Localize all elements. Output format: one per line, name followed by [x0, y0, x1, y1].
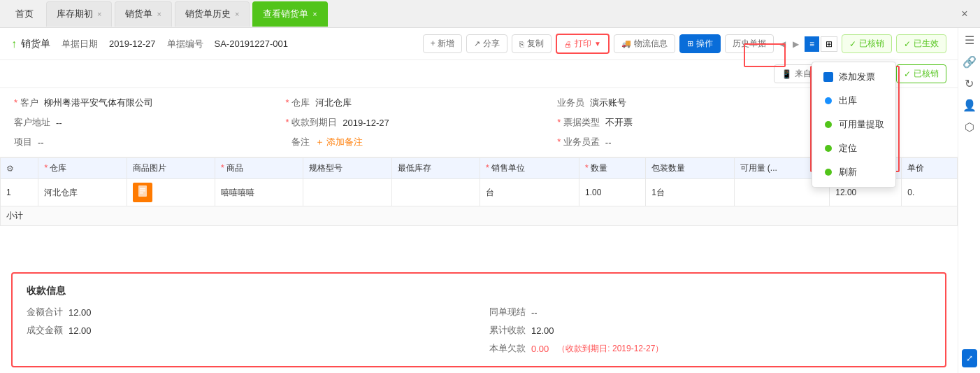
cell-pack-qty: 1台 [646, 179, 734, 206]
tab-view-sales[interactable]: 查看销货单 × [252, 1, 327, 27]
view-toggle: ≡ ⊞ [805, 36, 837, 52]
tab-sales-history[interactable]: 销货单历史 × [175, 1, 250, 27]
col-price: 单价 [902, 158, 958, 179]
number-label: 单据编号 [167, 38, 203, 50]
sidebar-icon-4[interactable]: 👤 [963, 99, 977, 112]
nav-prev[interactable]: ◀ [778, 39, 787, 49]
total-amount-row: 金额合计 12.00 [27, 306, 468, 318]
add-invoice-icon [823, 72, 833, 82]
deal-amount-label: 成交金额 [27, 324, 63, 337]
tab-inventory-close[interactable]: × [97, 10, 101, 18]
new-button[interactable]: + 新增 [423, 34, 462, 53]
window-close-button[interactable]: × [955, 4, 974, 24]
tab-sales[interactable]: 销货单 × [115, 1, 171, 27]
print-button-label: 打印 [575, 38, 591, 50]
subtotal-label: 小计 [1, 206, 958, 226]
check-icon: ✓ [904, 69, 911, 79]
same-order-settle-row: 同单现结 -- [489, 306, 931, 318]
due-date-label: 收款到期日 [291, 117, 337, 127]
available-qty-label: 可用量提取 [839, 118, 884, 131]
col-unit: * 销售单位 [480, 158, 579, 179]
note-field: * 备注 ＋ 添加备注 [286, 136, 544, 148]
sidebar-icon-5[interactable]: ⬡ [965, 120, 974, 134]
total-received-value: 12.00 [531, 325, 554, 336]
cell-spec [303, 179, 391, 206]
col-spec: 规格型号 [303, 158, 391, 179]
logistics-button[interactable]: 🚚 物流信息 [614, 34, 675, 53]
cell-min-stock [391, 179, 480, 206]
menu-item-refresh[interactable]: 刷新 [812, 160, 895, 184]
outbound-label: 出库 [839, 94, 857, 107]
menu-item-outbound[interactable]: 出库 [812, 89, 895, 113]
nav-next[interactable]: ▶ [791, 39, 800, 49]
order-debt-value: 0.00 [531, 344, 549, 354]
tab-inventory[interactable]: 库存期初 × [46, 1, 112, 27]
svg-rect-2 [140, 190, 145, 192]
copy-button[interactable]: ⎘ 复制 [512, 34, 552, 53]
deal-amount-row: 成交金额 12.00 [27, 324, 468, 337]
tab-sales-history-close[interactable]: × [235, 10, 239, 18]
view-list-btn[interactable]: ≡ [805, 36, 819, 52]
plus-icon: ＋ [315, 136, 324, 148]
available-qty-icon [825, 121, 832, 128]
col-warehouse: * 仓库 [38, 158, 127, 179]
settings-icon[interactable]: ⚙ [6, 164, 14, 174]
summary-grid: 金额合计 12.00 同单现结 -- 成交金额 12.00 累计收款 12.00 [27, 306, 931, 355]
col-settings[interactable]: ⚙ [1, 158, 38, 179]
history-button[interactable]: 历史单据 [725, 34, 774, 53]
warehouse-field: * 仓库 河北仓库 [286, 97, 544, 109]
share-button-label: 分享 [483, 38, 500, 50]
customer-label: 客户 [20, 97, 38, 108]
check-button[interactable]: ✓ 已核销 [896, 64, 946, 83]
total-amount-label: 金额合计 [27, 306, 63, 318]
sales-order-icon: ↑ [11, 38, 17, 50]
col-pack-qty: 包装数量 [646, 158, 734, 179]
customer-value: 柳州粤港平安气体有限公司 [44, 97, 153, 109]
cell-unit: 台 [480, 179, 579, 206]
tab-sales-close[interactable]: × [157, 10, 161, 18]
menu-item-add-invoice[interactable]: 添加发票 [812, 65, 895, 89]
total-received-row: 累计收款 12.00 [489, 324, 931, 337]
new-button-label: + 新增 [431, 38, 454, 50]
sidebar-expand-icon[interactable]: ⤢ [962, 349, 977, 367]
effective-badge-label: 已生效 [914, 38, 939, 50]
svg-rect-3 [140, 192, 143, 194]
sidebar-icon-3[interactable]: ↻ [965, 77, 974, 90]
menu-item-available-qty[interactable]: 可用量提取 [812, 113, 895, 136]
tab-sales-label: 销货单 [125, 8, 152, 20]
share-button[interactable]: ↗ 分享 [466, 34, 507, 53]
product-icon [137, 185, 148, 199]
product-image [133, 183, 152, 202]
svg-rect-1 [140, 188, 145, 190]
warehouse-label: 仓库 [291, 97, 310, 108]
staff-label: 业务员 [557, 97, 584, 109]
date-label: 单据日期 [62, 38, 98, 50]
tab-sales-history-label: 销货单历史 [185, 8, 231, 20]
summary-title: 收款信息 [27, 285, 931, 297]
address-value: -- [56, 118, 62, 128]
outbound-icon [825, 97, 832, 104]
date-value: 2019-12-27 [109, 38, 156, 49]
cell-warehouse: 河北仓库 [38, 179, 127, 206]
cell-quantity: 1.00 [579, 179, 645, 206]
subtotal-row: 小计 [1, 206, 958, 226]
ticket-value: 不开票 [605, 116, 633, 129]
cell-product: 嘻嘻嘻嘻 [215, 179, 303, 206]
col-quantity: * 数量 [579, 158, 645, 179]
sidebar-icon-2[interactable]: 🔗 [963, 55, 977, 69]
note-label: 备注 [291, 136, 310, 147]
add-note-button[interactable]: ＋ 添加备注 [315, 136, 363, 148]
tab-view-sales-close[interactable]: × [312, 10, 317, 18]
ops-button[interactable]: ⊞ 操作 [679, 34, 721, 53]
doc-header: ↑ 销货单 单据日期 2019-12-27 单据编号 SA-20191227-0… [0, 28, 958, 60]
effective-badge: ✓ 已生效 [896, 34, 946, 53]
total-amount-value: 12.00 [69, 307, 92, 318]
print-button[interactable]: 🖨 打印 ▼ [556, 34, 610, 54]
view-grid-btn[interactable]: ⊞ [821, 36, 837, 52]
menu-item-locate[interactable]: 定位 [812, 136, 895, 160]
history-button-label: 历史单据 [733, 38, 766, 50]
sidebar-icon-1[interactable]: ☰ [965, 34, 974, 47]
tab-home[interactable]: 首页 [6, 1, 43, 27]
order-debt-label: 本单欠款 [489, 342, 526, 355]
due-date-field: * 收款到期日 2019-12-27 [286, 116, 544, 129]
